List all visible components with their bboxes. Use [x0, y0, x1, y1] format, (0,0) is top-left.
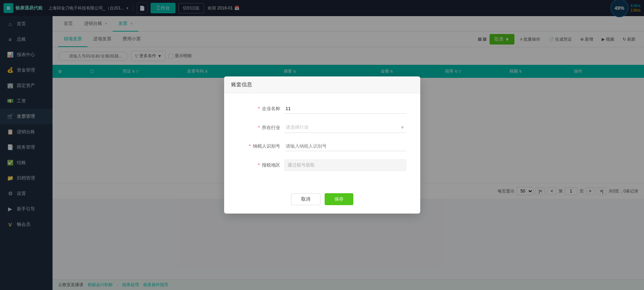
- modal-overlay: 账套信息 * 企业名称 * 所在行业 请选择行业 ▼: [0, 0, 644, 290]
- tax-region-placeholder: 通过税号获取: [288, 162, 315, 168]
- form-row-tax-id: * 纳税人识别号: [238, 141, 406, 151]
- form-row-industry: * 所在行业 请选择行业 ▼: [238, 122, 406, 133]
- dialog: 账套信息 * 企业名称 * 所在行业 请选择行业 ▼: [224, 76, 420, 214]
- label-industry: * 所在行业: [238, 124, 280, 131]
- dialog-title: 账套信息: [231, 81, 252, 87]
- required-star-tax-region: *: [258, 162, 260, 168]
- tax-region-disabled: 通过税号获取: [284, 160, 406, 171]
- dialog-header: 账套信息: [224, 76, 420, 93]
- select-industry[interactable]: 请选择行业 ▼: [284, 122, 406, 133]
- industry-placeholder: 请选择行业: [286, 124, 309, 130]
- dialog-body: * 企业名称 * 所在行业 请选择行业 ▼ *: [224, 93, 420, 190]
- label-tax-id: * 纳税人识别号: [238, 143, 280, 149]
- required-star-industry: *: [258, 125, 260, 130]
- required-star: *: [258, 106, 260, 111]
- cancel-button[interactable]: 取消: [291, 193, 320, 205]
- form-row-company-name: * 企业名称: [238, 104, 406, 114]
- required-star-tax-id: *: [249, 143, 251, 149]
- form-row-tax-region: * 报税地区 通过税号获取: [238, 160, 406, 171]
- label-company-name: * 企业名称: [238, 106, 280, 112]
- dialog-footer: 取消 保存: [224, 190, 420, 214]
- industry-chevron-icon: ▼: [400, 125, 405, 130]
- save-button[interactable]: 保存: [325, 193, 353, 205]
- input-company-name[interactable]: [284, 104, 406, 114]
- label-tax-region: * 报税地区: [238, 162, 280, 168]
- input-tax-id[interactable]: [284, 141, 406, 151]
